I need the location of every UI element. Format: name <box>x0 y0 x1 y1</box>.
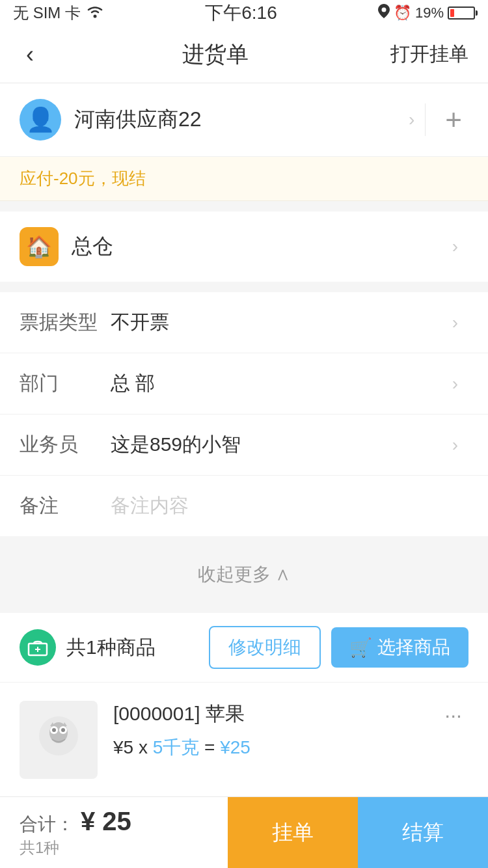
add-supplier-button[interactable]: + <box>439 103 468 136</box>
form-card: 票据类型 不开票 › 部门 总 部 › 业务员 这是859的小智 › 备注 备注… <box>0 292 488 536</box>
svg-point-9 <box>52 728 56 732</box>
warehouse-chevron-icon: › <box>452 236 458 257</box>
product-price: ¥5 x 5千克 = ¥25 <box>113 735 438 760</box>
select-product-button[interactable]: 🛒 选择商品 <box>331 627 468 668</box>
total-amount: ¥ 25 <box>81 807 131 836</box>
status-bar: 无 SIM 卡 下午6:16 ⏰ 19% <box>0 0 488 26</box>
warehouse-icon: 🏠 <box>20 227 59 266</box>
quantity: 5千克 <box>153 737 200 757</box>
status-left: 无 SIM 卡 <box>13 3 104 23</box>
carrier-label: 无 SIM 卡 <box>13 3 81 23</box>
warehouse-name: 总仓 <box>72 232 452 261</box>
section-gap-1 <box>0 603 488 613</box>
owl-logo-icon <box>36 713 81 766</box>
collapse-button[interactable]: 收起更多 ∧ <box>0 547 488 603</box>
supplier-row[interactable]: 👤 河南供应商22 › + <box>0 83 488 157</box>
total-count: 共1种 <box>20 837 208 858</box>
invoice-type-label: 票据类型 <box>20 309 98 336</box>
salesperson-label: 业务员 <box>20 431 98 458</box>
footer-total: 合计： ¥ 25 共1种 <box>0 797 228 868</box>
location-icon <box>378 4 390 22</box>
product-name: [0000001] 苹果 <box>113 701 438 727</box>
remark-placeholder: 备注内容 <box>98 493 468 519</box>
product-code: [0000001] <box>113 703 200 724</box>
nav-bar: ‹ 进货单 打开挂单 <box>0 26 488 83</box>
product-item: [0000001] 苹果 ¥5 x 5千克 = ¥25 ··· <box>0 683 488 798</box>
open-pending-button[interactable]: 打开挂单 <box>390 41 468 68</box>
total-count-label: 共1种 <box>20 839 59 856</box>
department-label: 部门 <box>20 370 98 397</box>
salesperson-value: 这是859的小智 <box>98 431 452 458</box>
pending-button[interactable]: 挂单 <box>228 797 358 868</box>
total-label: 合计： <box>20 812 74 837</box>
svg-point-1 <box>381 8 386 12</box>
equals-sign: = <box>204 737 220 757</box>
payment-notice: 应付-20元，现结 <box>0 157 488 201</box>
product-count-text: 共1种商品 <box>66 634 209 661</box>
product-title: 苹果 <box>206 703 245 724</box>
department-value: 总 部 <box>98 370 452 397</box>
checkout-button[interactable]: 结算 <box>358 797 488 868</box>
supplier-card: 👤 河南供应商22 › + 应付-20元，现结 <box>0 83 488 201</box>
department-row[interactable]: 部门 总 部 › <box>0 353 488 414</box>
product-card: 共1种商品 修改明细 🛒 选择商品 <box>0 613 488 798</box>
svg-point-0 <box>94 15 97 18</box>
salesperson-chevron-icon: › <box>452 435 458 455</box>
total-price: ¥25 <box>220 737 251 757</box>
supplier-name: 河南供应商22 <box>74 105 409 134</box>
total-row: 合计： ¥ 25 <box>20 807 208 837</box>
invoice-chevron-icon: › <box>452 312 458 333</box>
footer: 合计： ¥ 25 共1种 挂单 结算 <box>0 796 488 868</box>
status-time: 下午6:16 <box>205 1 277 25</box>
select-product-label: 选择商品 <box>377 635 450 660</box>
product-thumbnail <box>20 701 98 779</box>
main-content: 👤 河南供应商22 › + 应付-20元，现结 🏠 总仓 › 票据类型 不开票 … <box>0 83 488 868</box>
invoice-type-row[interactable]: 票据类型 不开票 › <box>0 292 488 353</box>
unit-price: ¥5 <box>113 737 133 757</box>
svg-point-10 <box>61 728 65 732</box>
product-count-icon <box>20 629 56 666</box>
battery-percent: 19% <box>415 5 444 21</box>
battery-icon <box>448 7 475 20</box>
product-header: 共1种商品 修改明细 🛒 选择商品 <box>0 613 488 683</box>
remark-label: 备注 <box>20 493 98 519</box>
page-title: 进货单 <box>182 40 249 70</box>
department-chevron-icon: › <box>452 373 458 394</box>
divider <box>425 103 426 136</box>
salesperson-row[interactable]: 业务员 这是859的小智 › <box>0 414 488 476</box>
supplier-avatar: 👤 <box>20 99 61 141</box>
remark-row[interactable]: 备注 备注内容 <box>0 476 488 536</box>
back-button[interactable]: ‹ <box>20 34 40 75</box>
warehouse-row[interactable]: 🏠 总仓 › <box>0 211 488 282</box>
wifi-icon <box>86 4 104 22</box>
invoice-type-value: 不开票 <box>98 309 452 336</box>
multiply-sign: x <box>139 737 153 757</box>
warehouse-card: 🏠 总仓 › <box>0 211 488 282</box>
alarm-icon: ⏰ <box>394 5 411 21</box>
status-right: ⏰ 19% <box>378 4 475 22</box>
product-more-button[interactable]: ··· <box>438 701 468 730</box>
cart-icon: 🛒 <box>349 637 372 658</box>
supplier-chevron-icon: › <box>409 109 414 130</box>
product-info: [0000001] 苹果 ¥5 x 5千克 = ¥25 <box>113 701 438 760</box>
edit-detail-button[interactable]: 修改明细 <box>209 626 321 669</box>
